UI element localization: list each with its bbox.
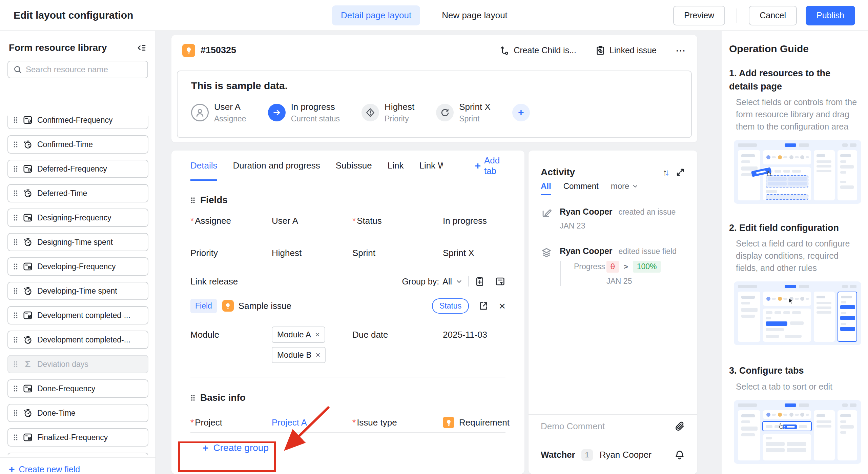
tab-subissue[interactable]: Subissue bbox=[336, 151, 372, 181]
activity-tab-all[interactable]: All bbox=[541, 181, 551, 195]
sample-data-title: This is sample data. bbox=[191, 80, 678, 92]
linked-issue-button[interactable]: Linked issue bbox=[595, 45, 657, 56]
filter-view-icon[interactable] bbox=[495, 276, 505, 287]
resource-item-label: Developing-Time spent bbox=[37, 287, 117, 296]
assignee-chip[interactable]: User A Assignee bbox=[191, 102, 246, 123]
field-value-issue-type[interactable]: Requirement bbox=[443, 417, 510, 428]
field-label-sprint: Sprint bbox=[352, 248, 443, 258]
current-status-chip[interactable]: In progress Current status bbox=[268, 102, 340, 123]
remove-icon[interactable]: × bbox=[315, 330, 320, 339]
drag-handle-icon[interactable] bbox=[13, 336, 18, 343]
user-name[interactable]: Ryan Cooper bbox=[560, 207, 613, 217]
resource-item[interactable]: Deferred-Frequency bbox=[7, 160, 148, 178]
tab-details[interactable]: Details bbox=[190, 151, 217, 181]
resource-item[interactable]: Confirmed-Time bbox=[7, 135, 148, 154]
drag-handle-icon[interactable] bbox=[13, 409, 18, 417]
sigma-icon: Σ bbox=[23, 359, 33, 370]
resource-item[interactable]: Designing-Frequency bbox=[7, 209, 148, 227]
detail-config-card: Details Duration and progress Subissue L… bbox=[171, 151, 524, 474]
resource-item[interactable]: Deferred-Time bbox=[7, 184, 148, 202]
drag-handle-icon[interactable] bbox=[13, 434, 18, 441]
field-value-sprint[interactable]: Sprint X bbox=[443, 248, 505, 258]
field-value-assignee[interactable]: User A bbox=[272, 216, 352, 226]
activity-tab-comment[interactable]: Comment bbox=[563, 181, 599, 195]
activity-tab-more[interactable]: more bbox=[611, 181, 639, 195]
open-in-new-icon[interactable] bbox=[478, 301, 489, 311]
time-field-icon bbox=[23, 188, 33, 198]
priority-chip[interactable]: Highest Priority bbox=[361, 102, 414, 123]
paperclip-icon[interactable] bbox=[674, 421, 685, 432]
add-tab-button[interactable]: + Add tab bbox=[475, 155, 505, 176]
resource-item[interactable]: Finalized-Frequency bbox=[7, 428, 148, 447]
guide-title: Operation Guide bbox=[729, 43, 861, 55]
resource-item-label: Deviation days bbox=[37, 360, 88, 369]
sidebar-title: Form resource library bbox=[9, 42, 107, 53]
drag-handle-icon[interactable] bbox=[13, 165, 18, 173]
resource-item[interactable]: Done-Time bbox=[7, 404, 148, 422]
resource-item[interactable]: Done-Frequency bbox=[7, 379, 148, 398]
tab-link[interactable]: Link bbox=[388, 151, 404, 181]
plus-icon: + bbox=[9, 464, 15, 474]
sort-order-icon[interactable]: ↑↓ bbox=[663, 167, 667, 178]
add-linked-record-icon[interactable] bbox=[474, 276, 485, 287]
drag-handle-icon[interactable] bbox=[190, 394, 195, 401]
tab-link-wil[interactable]: Link Wil bbox=[419, 151, 443, 181]
drag-handle-icon[interactable] bbox=[13, 214, 18, 221]
add-field-chip-button[interactable]: + bbox=[512, 104, 530, 121]
resource-search[interactable] bbox=[7, 61, 148, 78]
drag-handle-icon[interactable] bbox=[13, 263, 18, 270]
search-input[interactable] bbox=[26, 65, 143, 74]
sprint-chip[interactable]: Sprint X Sprint bbox=[436, 102, 491, 123]
field-value-project[interactable]: Project A bbox=[272, 417, 352, 428]
watcher-name[interactable]: Ryan Cooper bbox=[600, 450, 652, 460]
resource-item[interactable]: Development completed-... bbox=[7, 306, 148, 324]
cancel-button[interactable]: Cancel bbox=[749, 6, 797, 25]
create-child-label: Create Child is... bbox=[514, 45, 576, 55]
collapse-panel-icon[interactable] bbox=[137, 43, 147, 53]
resource-item-disabled[interactable]: Σ Deviation days bbox=[7, 355, 148, 373]
create-new-field-button[interactable]: + Create new field bbox=[9, 464, 80, 474]
module-option-chip[interactable]: Module B × bbox=[272, 347, 326, 363]
frequency-field-icon bbox=[23, 213, 33, 223]
status-pill[interactable]: Status bbox=[432, 298, 469, 314]
field-value-due-date[interactable]: 2025-11-03 bbox=[443, 330, 505, 363]
tab-duration-and-progress[interactable]: Duration and progress bbox=[233, 151, 320, 181]
entry-action: created an issue bbox=[619, 208, 676, 217]
drag-handle-icon[interactable] bbox=[190, 197, 195, 204]
bell-icon[interactable] bbox=[674, 450, 685, 460]
linked-issue-title[interactable]: Sample issue bbox=[239, 301, 291, 311]
more-button[interactable]: ⋯ bbox=[676, 44, 686, 56]
create-group-button[interactable]: + Create group bbox=[203, 442, 505, 453]
add-tab-label: Add tab bbox=[484, 155, 505, 176]
issue-id: #150325 bbox=[201, 45, 236, 56]
module-option-chip[interactable]: Module A × bbox=[272, 327, 325, 343]
drag-handle-icon[interactable] bbox=[13, 385, 18, 392]
resource-item[interactable]: Development completed-... bbox=[7, 331, 148, 349]
frequency-field-icon bbox=[23, 310, 33, 320]
resource-item[interactable]: Developing-Frequency bbox=[7, 257, 148, 276]
comment-input[interactable]: Demo Comment bbox=[529, 414, 697, 438]
drag-handle-icon[interactable] bbox=[13, 287, 18, 295]
drag-handle-icon[interactable] bbox=[13, 360, 18, 368]
create-child-issue-button[interactable]: Create Child is... bbox=[499, 45, 576, 56]
publish-button[interactable]: Publish bbox=[806, 6, 855, 25]
remove-icon[interactable]: × bbox=[315, 350, 320, 360]
tab-new-page-layout[interactable]: New page layout bbox=[433, 5, 516, 25]
field-value-status[interactable]: In progress bbox=[443, 216, 505, 226]
field-value-priority[interactable]: Highest bbox=[272, 248, 352, 258]
drag-handle-icon[interactable] bbox=[13, 141, 18, 148]
resource-list: Confirmed-Frequency Confirmed-Time Defer… bbox=[0, 116, 156, 455]
preview-button[interactable]: Preview bbox=[673, 6, 725, 25]
resource-item[interactable]: Developing-Time spent bbox=[7, 282, 148, 300]
group-by-dropdown[interactable]: Group by: All bbox=[402, 277, 463, 287]
resource-item[interactable]: Designing-Time spent bbox=[7, 233, 148, 251]
user-name[interactable]: Ryan Cooper bbox=[560, 246, 613, 256]
close-icon[interactable]: × bbox=[499, 300, 505, 312]
resource-item[interactable]: Confirmed-Frequency bbox=[7, 116, 148, 129]
drag-handle-icon[interactable] bbox=[13, 116, 18, 124]
drag-handle-icon[interactable] bbox=[13, 238, 18, 246]
tab-detail-page-layout[interactable]: Detail page layout bbox=[332, 5, 420, 25]
expand-icon[interactable] bbox=[676, 167, 685, 177]
drag-handle-icon[interactable] bbox=[13, 190, 18, 197]
drag-handle-icon[interactable] bbox=[13, 312, 18, 319]
